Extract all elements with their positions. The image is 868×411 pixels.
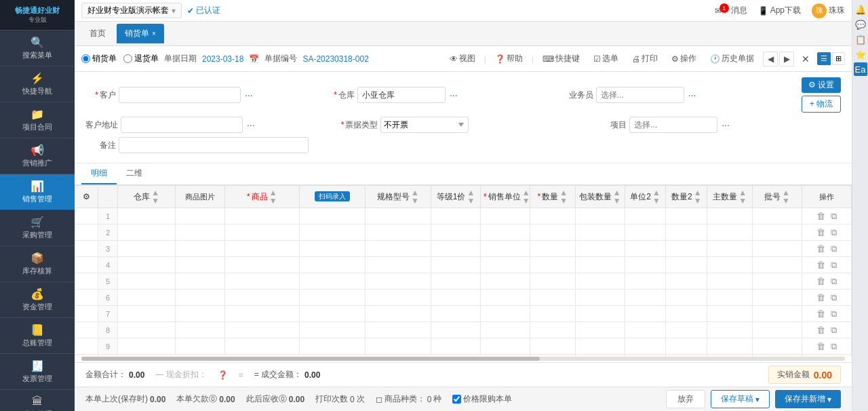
sidebar-item-search[interactable]: 🔍 搜索菜单 xyxy=(0,31,75,66)
customer-dots[interactable]: ··· xyxy=(245,90,253,100)
row-scan-cell[interactable] xyxy=(299,208,365,224)
list-view-button[interactable]: ☰ xyxy=(817,52,831,65)
th-qty2[interactable]: 数量2 ▲▼ xyxy=(666,186,707,208)
row-mainqty-cell[interactable] xyxy=(707,306,753,322)
row-product-cell[interactable] xyxy=(225,338,299,355)
help-button[interactable]: ❓ 帮助 xyxy=(490,51,528,66)
row-img-cell[interactable] xyxy=(176,322,225,338)
row-unit2-cell[interactable] xyxy=(625,257,666,273)
row-unit-cell[interactable] xyxy=(480,208,530,224)
row-qty2-cell[interactable] xyxy=(666,224,707,241)
row-copy-button[interactable]: ⧉ xyxy=(829,309,838,319)
right-panel-icon-2[interactable]: 💬 xyxy=(854,18,867,31)
row-img-cell[interactable] xyxy=(176,208,225,224)
row-copy-button[interactable]: ⧉ xyxy=(829,211,838,222)
row-spec-cell[interactable] xyxy=(365,257,431,273)
row-product-cell[interactable] xyxy=(225,208,299,224)
row-unit2-cell[interactable] xyxy=(625,273,666,290)
row-spec-cell[interactable] xyxy=(365,241,431,257)
row-qty-cell[interactable] xyxy=(530,241,575,257)
row-price1-cell[interactable] xyxy=(431,257,481,273)
sidebar-item-accounts[interactable]: 📒 总账管理 xyxy=(0,318,75,354)
scan-button[interactable]: 扫码录入 xyxy=(315,191,350,201)
th-batch[interactable]: 批号 ▲▼ xyxy=(753,186,802,208)
tab-close-icon[interactable]: × xyxy=(152,30,156,37)
radio-return-input[interactable] xyxy=(123,54,132,63)
row-packqty-cell[interactable] xyxy=(575,290,625,306)
scrollbar-track[interactable] xyxy=(81,357,845,361)
row-unit2-cell[interactable] xyxy=(625,241,666,257)
warehouse-input[interactable] xyxy=(357,87,446,103)
history-button[interactable]: 🕐 历史单据 xyxy=(705,51,759,66)
select-button[interactable]: ☑ 选单 xyxy=(589,51,623,66)
row-product-cell[interactable] xyxy=(225,322,299,338)
row-qty2-cell[interactable] xyxy=(666,338,707,355)
radio-sales-input[interactable] xyxy=(81,54,90,63)
row-mainqty-cell[interactable] xyxy=(707,290,753,306)
row-product-cell[interactable] xyxy=(225,290,299,306)
customer-input[interactable] xyxy=(119,87,241,103)
row-copy-button[interactable]: ⧉ xyxy=(829,292,838,303)
row-warehouse-cell[interactable] xyxy=(118,338,176,355)
price-check-input[interactable] xyxy=(452,395,461,404)
row-copy-button[interactable]: ⧉ xyxy=(829,341,838,352)
row-batch-cell[interactable] xyxy=(753,241,802,257)
row-unit2-cell[interactable] xyxy=(625,322,666,338)
row-delete-button[interactable]: 🗑 xyxy=(815,292,827,302)
row-price1-cell[interactable] xyxy=(431,224,481,241)
row-unit2-cell[interactable] xyxy=(625,338,666,355)
row-qty2-cell[interactable] xyxy=(666,290,707,306)
row-delete-button[interactable]: 🗑 xyxy=(815,227,827,237)
sidebar-item-tax[interactable]: 🏛 税务管理 xyxy=(0,390,75,411)
sidebar-item-funds[interactable]: 💰 资金管理 xyxy=(0,282,75,318)
row-delete-button[interactable]: 🗑 xyxy=(815,260,827,270)
right-panel-icon-4[interactable]: ⭐ xyxy=(854,47,867,61)
row-copy-button[interactable]: ⧉ xyxy=(829,260,838,271)
row-delete-button[interactable]: 🗑 xyxy=(815,243,827,254)
nav-next-button[interactable]: ▶ xyxy=(779,52,794,66)
row-img-cell[interactable] xyxy=(176,241,225,257)
row-img-cell[interactable] xyxy=(176,257,225,273)
row-mainqty-cell[interactable] xyxy=(707,224,753,241)
row-spec-cell[interactable] xyxy=(365,290,431,306)
row-batch-cell[interactable] xyxy=(753,322,802,338)
print-button[interactable]: 🖨 打印 xyxy=(627,51,663,66)
row-unit-cell[interactable] xyxy=(480,338,530,355)
row-product-cell[interactable] xyxy=(225,241,299,257)
row-batch-cell[interactable] xyxy=(753,306,802,322)
row-batch-cell[interactable] xyxy=(753,290,802,306)
row-price1-cell[interactable] xyxy=(431,241,481,257)
grid-view-button[interactable]: ⊞ xyxy=(832,52,845,65)
addrow-button[interactable]: + 物流 xyxy=(802,96,841,113)
user-avatar[interactable]: 珠 珠珠 xyxy=(812,3,845,18)
row-qty-cell[interactable] xyxy=(530,273,575,290)
row-price1-cell[interactable] xyxy=(431,322,481,338)
address-input[interactable] xyxy=(121,117,243,133)
row-mainqty-cell[interactable] xyxy=(707,338,753,355)
row-scan-cell[interactable] xyxy=(299,273,365,290)
row-delete-button[interactable]: 🗑 xyxy=(815,211,827,221)
row-spec-cell[interactable] xyxy=(365,224,431,241)
salesperson-dots[interactable]: ··· xyxy=(688,90,696,100)
row-scan-cell[interactable] xyxy=(299,322,365,338)
row-mainqty-cell[interactable] xyxy=(707,322,753,338)
row-unit-cell[interactable] xyxy=(480,257,530,273)
row-mainqty-cell[interactable] xyxy=(707,257,753,273)
calendar-icon[interactable]: 📅 xyxy=(249,54,259,64)
row-scan-cell[interactable] xyxy=(299,306,365,322)
th-unit[interactable]: *销售单位 ▲▼ xyxy=(480,186,530,208)
help-icon-item[interactable]: ❓ xyxy=(218,370,228,380)
shortcut-button[interactable]: ⌨ 快捷键 xyxy=(538,51,585,66)
row-unit-cell[interactable] xyxy=(480,273,530,290)
row-price1-cell[interactable] xyxy=(431,290,481,306)
tab-detail[interactable]: 明细 xyxy=(81,163,117,184)
row-price1-cell[interactable] xyxy=(431,273,481,290)
row-delete-button[interactable]: 🗑 xyxy=(815,276,827,286)
th-packqty[interactable]: 包装数量 ▲▼ xyxy=(575,186,625,208)
row-product-cell[interactable] xyxy=(225,306,299,322)
operate-button[interactable]: ⚙ 操作 xyxy=(667,51,701,66)
radio-return-order[interactable]: 退货单 xyxy=(123,53,159,64)
row-batch-cell[interactable] xyxy=(753,224,802,241)
row-batch-cell[interactable] xyxy=(753,273,802,290)
row-img-cell[interactable] xyxy=(176,273,225,290)
